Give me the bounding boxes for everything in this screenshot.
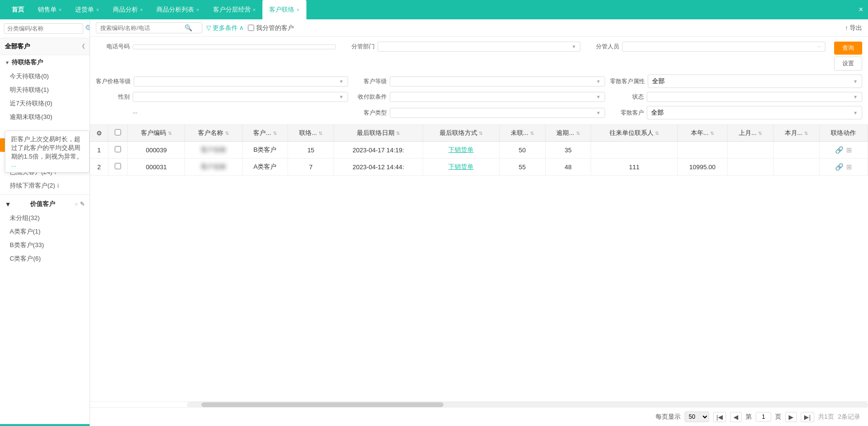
sidebar-item-class-b[interactable]: B类客户(33) <box>0 238 90 252</box>
last-page-btn[interactable]: ▶| <box>801 412 814 422</box>
col-checkbox[interactable] <box>108 125 128 142</box>
close-tab-analysis-list[interactable]: × <box>196 7 199 13</box>
tab-sales-order[interactable]: 销售单 × <box>31 0 68 19</box>
close-tab-contact[interactable]: × <box>296 7 299 13</box>
prev-page-btn[interactable]: ◀ <box>730 412 742 422</box>
row2-checkbox[interactable] <box>108 159 128 176</box>
filter-retail-customer: 零散客户 全部 ▼ <box>610 106 862 119</box>
tab-product-analysis[interactable]: 商品分析 × <box>106 0 150 19</box>
per-page-select[interactable]: 50 100 200 <box>685 411 709 422</box>
col-this-year[interactable]: 本年... ⇅ <box>677 125 728 142</box>
row1-checkbox[interactable] <box>108 142 128 159</box>
next-page-btn[interactable]: ▶ <box>785 412 797 422</box>
tab-home[interactable]: 首页 <box>5 0 31 19</box>
pending-contact-group[interactable]: ▼ 待联络客户 <box>0 55 90 70</box>
my-customer-checkbox-area[interactable]: 我分管的客户 <box>248 24 294 32</box>
payment-dropdown[interactable]: ▼ <box>390 92 605 102</box>
col-uncontacted[interactable]: 未联... ⇅ <box>499 125 545 142</box>
scrollbar-thumb[interactable] <box>201 402 443 407</box>
sidebar-search-area: 🔍 <box>0 19 90 38</box>
col-settings[interactable]: ⚙ <box>90 125 108 142</box>
row1-this-year <box>677 142 728 159</box>
table-row: 1 000039 客户名称 B类客户 15 2023-04-17 14:19: … <box>90 142 868 159</box>
sidebar-search-icon[interactable]: 🔍 <box>85 25 90 32</box>
sidebar-item-ungrouped[interactable]: 未分组(32) <box>0 211 90 225</box>
tab-customer-tier[interactable]: 客户分层经营 × <box>206 0 262 19</box>
col-contact-person[interactable]: 往来单位联系人 ⇅ <box>591 125 677 142</box>
row2-grid-icon[interactable]: ⊞ <box>846 163 852 171</box>
customer-level-dropdown[interactable]: ▼ <box>390 76 605 87</box>
main-search-icon[interactable]: 🔍 <box>184 24 192 31</box>
sidebar-item-class-a[interactable]: A类客户(1) <box>0 225 90 238</box>
row1-name: 客户名称 <box>185 142 242 159</box>
all-customers-label: 全部客户 <box>5 42 30 51</box>
edit-icon[interactable]: ✎ <box>80 201 85 207</box>
row2-link-icon[interactable]: 🔗 <box>835 163 843 171</box>
value-group-arrow: ▼ <box>5 201 11 208</box>
all-customers-header[interactable]: 全部客户 《 <box>0 38 90 55</box>
tab-product-analysis-list[interactable]: 商品分析列表 × <box>150 0 206 19</box>
advanced-filter-panel: 电话号码 分管部门 ▼ 分管 <box>90 37 868 125</box>
export-button[interactable]: ↑ 导出 <box>845 24 863 32</box>
col-code[interactable]: 客户编码 ⇅ <box>128 125 185 142</box>
page-number-input[interactable] <box>756 412 771 422</box>
close-tab-tier[interactable]: × <box>253 7 256 13</box>
col-last-contact-method[interactable]: 最后联络方式 ⇅ <box>423 125 499 142</box>
filter-gender: 性别 ▼ <box>96 92 348 102</box>
col-type[interactable]: 客户... ⇅ <box>242 125 288 142</box>
gender-dropdown[interactable]: ▼ <box>133 92 348 102</box>
more-conditions-btn[interactable]: ▽ 更多条件 ∧ <box>206 24 244 32</box>
col-action[interactable]: 联络动作 <box>819 125 868 142</box>
close-tab-sales-order[interactable]: × <box>59 7 61 13</box>
sidebar-item-declining[interactable]: 持续下滑客户(2) ℹ <box>0 179 90 192</box>
sidebar-item-class-c[interactable]: C类客户(6) <box>0 252 90 265</box>
pending-group-label: 待联络客户 <box>12 58 43 67</box>
first-page-btn[interactable]: |◀ <box>713 412 726 422</box>
select-all-checkbox[interactable] <box>115 129 121 135</box>
row2-this-year: 10995.00 <box>677 159 728 176</box>
chevron-down-icon: ∧ <box>239 24 244 31</box>
circle-icon[interactable]: ○ <box>75 201 78 207</box>
customer-type-dropdown[interactable]: ▼ <box>390 108 605 118</box>
col-last-month[interactable]: 上月... ⇅ <box>728 125 774 142</box>
tooltip-more-link[interactable]: ... <box>11 161 16 168</box>
info-icon-declining[interactable]: ℹ <box>57 183 59 189</box>
dept-caret: ▼ <box>571 44 576 49</box>
dept-dropdown[interactable]: ▼ <box>378 42 581 52</box>
col-last-contact-date[interactable]: 最后联络日期 ⇅ <box>334 125 423 142</box>
row1-grid-icon[interactable]: ⊞ <box>846 146 852 154</box>
status-dropdown[interactable]: ▼ <box>647 92 862 102</box>
row1-link-icon[interactable]: 🔗 <box>835 146 843 154</box>
close-window-button[interactable]: × <box>859 5 863 14</box>
horizontal-scrollbar[interactable] <box>187 402 868 408</box>
phone-input[interactable] <box>133 44 336 49</box>
my-customer-checkbox[interactable] <box>248 25 254 31</box>
col-contact-count[interactable]: 联络... ⇅ <box>288 125 334 142</box>
price-level-dropdown[interactable]: ▼ <box>134 76 348 87</box>
row2-last-method[interactable]: 下销货单 <box>423 159 499 176</box>
sidebar-item-7days[interactable]: 近7天待联络(0) <box>0 97 90 110</box>
retail-customer-dropdown[interactable]: 全部 ▼ <box>647 106 862 119</box>
pagination-bar: 每页显示 50 100 200 |◀ ◀ 第 页 ▶ ▶| 共1页 2条记录 <box>90 407 868 426</box>
horizontal-scrollbar-area <box>90 401 868 407</box>
sidebar-item-overdue[interactable]: 逾期未联络(30) <box>0 110 90 124</box>
total-pages-label: 共1页 <box>818 412 834 421</box>
main-search-input[interactable] <box>100 25 183 31</box>
search-button[interactable]: 查询 <box>834 42 862 55</box>
collapse-sidebar-icon[interactable]: 《 <box>79 43 85 51</box>
sidebar-search-input[interactable] <box>4 23 83 34</box>
tab-customer-contact[interactable]: 客户联络 × <box>262 0 306 19</box>
settings-button[interactable]: 设置 <box>834 57 862 71</box>
col-name[interactable]: 客户名称 ⇅ <box>185 125 242 142</box>
tab-purchase-order[interactable]: 进货单 × <box>68 0 106 19</box>
col-this-month[interactable]: 本月... ⇅ <box>773 125 819 142</box>
close-tab-purchase[interactable]: × <box>96 7 99 13</box>
sidebar-item-today[interactable]: 今天待联络(0) <box>0 70 90 83</box>
abnormal-tooltip: 距客户上次交易时长，超过了此客户的平均交易周期的1.5倍，则视为异常。 ... <box>5 131 90 173</box>
person-input[interactable]: ··· <box>622 42 825 52</box>
col-overdue[interactable]: 逾期... ⇅ <box>545 125 591 142</box>
close-tab-analysis[interactable]: × <box>140 7 143 13</box>
row1-last-method[interactable]: 下销货单 <box>423 142 499 159</box>
sidebar-item-tomorrow[interactable]: 明天待联络(1) <box>0 83 90 97</box>
retail-attr-dropdown[interactable]: 全部 ▼ <box>648 74 862 88</box>
